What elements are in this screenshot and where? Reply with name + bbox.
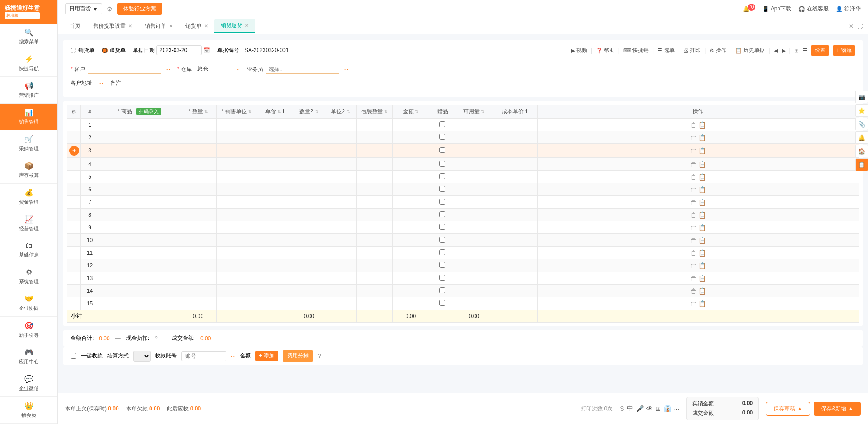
qty-cell[interactable] <box>180 285 217 297</box>
copy-icon[interactable]: 📋 <box>698 237 706 244</box>
delete-icon[interactable]: 🗑 <box>690 224 697 231</box>
available-cell[interactable] <box>456 183 492 196</box>
add-row-button[interactable]: + <box>69 146 79 156</box>
pkg-qty-cell[interactable] <box>357 119 393 131</box>
cost-price-cell[interactable] <box>492 171 538 183</box>
product-cell[interactable] <box>99 131 180 144</box>
delete-icon[interactable]: 🗑 <box>690 237 697 244</box>
gift-cell[interactable] <box>429 234 456 247</box>
amount-cell[interactable] <box>393 131 429 144</box>
product-cell[interactable] <box>99 158 180 171</box>
pkg-qty-cell[interactable] <box>357 171 393 183</box>
price-cell[interactable] <box>257 119 293 131</box>
cost-price-cell[interactable] <box>492 209 538 221</box>
add-payment-button[interactable]: + 添加 <box>255 351 278 361</box>
price-cell[interactable] <box>257 209 293 221</box>
copy-icon[interactable]: 📋 <box>698 211 706 219</box>
unit2-cell[interactable] <box>325 259 357 272</box>
unit2-cell[interactable] <box>325 285 357 297</box>
gift-checkbox[interactable] <box>439 249 445 255</box>
qty2-cell[interactable] <box>293 171 325 183</box>
user-profile[interactable]: 👤 徐泽华 <box>836 5 861 13</box>
tab-close-icon[interactable]: ✕ <box>204 24 208 29</box>
gift-cell[interactable] <box>429 171 456 183</box>
unit2-cell[interactable] <box>325 119 357 131</box>
payment-question-icon[interactable]: ? <box>318 353 321 359</box>
price-cell[interactable] <box>257 144 293 158</box>
copy-icon[interactable]: 📋 <box>698 186 706 193</box>
amount-cell[interactable] <box>393 285 429 297</box>
gift-cell[interactable] <box>429 158 456 171</box>
warehouse-selector-icon[interactable]: ··· <box>235 66 240 72</box>
copy-icon[interactable]: 📋 <box>698 262 706 269</box>
toolbar-history[interactable]: 📋 历史单据 <box>735 47 765 54</box>
tab-close-icon[interactable]: ✕ <box>128 24 132 29</box>
amount-cell[interactable] <box>393 196 429 209</box>
toolbar-select[interactable]: ☰ 选单 <box>657 47 675 54</box>
sort-icon[interactable]: ⇅ <box>204 110 208 114</box>
gift-cell[interactable] <box>429 297 456 310</box>
sale-unit-cell[interactable] <box>217 285 257 297</box>
sort-icon[interactable]: ⇅ <box>248 110 252 114</box>
nav-selector[interactable]: 日用百货 ▼ <box>65 3 102 14</box>
radio-return-input[interactable] <box>102 48 108 53</box>
unit2-cell[interactable] <box>325 158 357 171</box>
sort-icon[interactable]: ⇅ <box>278 110 281 114</box>
bottom-icon-grid[interactable]: ⊞ <box>656 405 661 412</box>
gift-checkbox[interactable] <box>439 121 445 127</box>
gift-checkbox[interactable] <box>439 147 445 153</box>
one-click-checkbox[interactable] <box>71 353 76 359</box>
col-gear[interactable]: ⚙ <box>67 105 81 119</box>
qty-cell[interactable] <box>180 247 217 259</box>
pkg-qty-cell[interactable] <box>357 183 393 196</box>
unit2-cell[interactable] <box>325 144 357 158</box>
toolbar-video[interactable]: ▶ 视频 <box>571 47 587 54</box>
sidebar-item-enterprise[interactable]: 🤝 企业协同 <box>0 290 57 317</box>
pkg-qty-cell[interactable] <box>357 221 393 234</box>
copy-icon[interactable]: 📋 <box>698 147 706 154</box>
gift-cell[interactable] <box>429 272 456 285</box>
toolbar-help[interactable]: ❓ 帮助 <box>596 47 615 54</box>
available-cell[interactable] <box>456 272 492 285</box>
unit2-cell[interactable] <box>325 221 357 234</box>
pkg-qty-cell[interactable] <box>357 272 393 285</box>
staff-input[interactable] <box>266 65 339 74</box>
amount-cell[interactable] <box>393 247 429 259</box>
pkg-qty-cell[interactable] <box>357 285 393 297</box>
online-service[interactable]: 🎧 在线客服 <box>798 5 829 13</box>
sale-unit-cell[interactable] <box>217 209 257 221</box>
gift-checkbox[interactable] <box>439 134 445 140</box>
product-input[interactable] <box>101 148 178 154</box>
calc-method-select[interactable] <box>133 351 151 362</box>
unit2-cell[interactable] <box>325 183 357 196</box>
amount-cell[interactable] <box>393 144 429 158</box>
delete-icon[interactable]: 🗑 <box>690 134 697 141</box>
qty2-cell[interactable] <box>293 221 325 234</box>
copy-icon[interactable]: 📋 <box>698 249 706 257</box>
sidebar-item-wechat[interactable]: 💬 企业微信 <box>0 370 57 397</box>
tab-sales-order[interactable]: 销售订单 ✕ <box>138 19 179 33</box>
sale-unit-cell[interactable] <box>217 144 257 158</box>
qty-cell[interactable] <box>180 221 217 234</box>
sidebar-item-member[interactable]: 👑 畅会员 <box>0 397 57 424</box>
radio-return[interactable]: 退货单 <box>102 47 126 54</box>
cost-price-cell[interactable] <box>492 297 538 310</box>
sidebar-item-inventory[interactable]: 📦 库存核算 <box>0 157 57 184</box>
sort-icon[interactable]: ⇅ <box>347 110 350 114</box>
bottom-icon-s[interactable]: S <box>620 405 624 412</box>
right-quick-note[interactable]: 📋 <box>855 158 868 171</box>
unit2-cell[interactable] <box>325 247 357 259</box>
product-cell[interactable] <box>99 247 180 259</box>
unit2-cell[interactable] <box>325 171 357 183</box>
price-cell[interactable] <box>257 247 293 259</box>
gift-checkbox[interactable] <box>439 211 445 217</box>
qty2-cell[interactable] <box>293 297 325 310</box>
sale-unit-cell[interactable] <box>217 183 257 196</box>
qty-cell[interactable] <box>180 272 217 285</box>
delete-icon[interactable]: 🗑 <box>690 262 697 269</box>
tab-sales[interactable]: 销货单 ✕ <box>179 19 214 33</box>
gift-checkbox[interactable] <box>439 199 445 205</box>
sidebar-item-finance[interactable]: 💰 资金管理 <box>0 184 57 210</box>
amount-cell[interactable] <box>393 209 429 221</box>
pkg-qty-cell[interactable] <box>357 131 393 144</box>
